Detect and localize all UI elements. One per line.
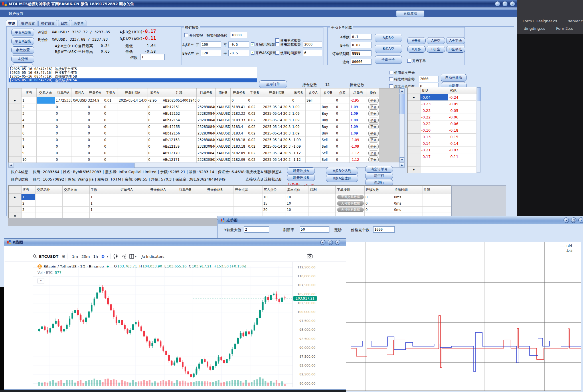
table-cell[interactable]: 2025-05-14 20:33 bbox=[262, 104, 291, 110]
table-cell[interactable] bbox=[37, 104, 55, 110]
bidask-cell[interactable]: -0.06 bbox=[448, 114, 476, 120]
table-cell[interactable]: ABs12158 bbox=[162, 137, 197, 143]
table-cell[interactable] bbox=[118, 110, 147, 117]
table-cell[interactable]: 0 bbox=[335, 130, 350, 137]
tab-交易[interactable]: 交易 bbox=[6, 20, 18, 27]
table-cell[interactable]: -1.09 bbox=[350, 137, 367, 143]
table-cell[interactable]: 0 bbox=[335, 124, 350, 130]
bidask-cell[interactable]: -0.06 bbox=[448, 120, 476, 127]
table-cell[interactable]: 0.01 bbox=[103, 97, 118, 104]
interval-D[interactable]: D bbox=[101, 254, 104, 259]
table-cell[interactable]: 6 bbox=[21, 130, 37, 137]
disconnect-b-button[interactable]: 断开连接B bbox=[287, 174, 315, 181]
table-cell[interactable]: Sell bbox=[321, 143, 335, 150]
table-cell[interactable]: -1.09 bbox=[291, 143, 306, 150]
duration-input[interactable]: 2000 bbox=[419, 76, 438, 82]
scroll-right-icon[interactable]: ▶ bbox=[400, 163, 404, 167]
table-cell[interactable] bbox=[216, 97, 231, 104]
compare-icon[interactable] bbox=[121, 254, 126, 259]
close-position-button[interactable]: 平仓 bbox=[368, 137, 379, 142]
column-header-盈亏A[interactable]: 盈亏A bbox=[147, 88, 162, 97]
table-row[interactable]: ▶111010无可交易数据00ms bbox=[9, 194, 452, 200]
table-cell[interactable]: 2 bbox=[21, 104, 37, 110]
table-cell[interactable]: -2.95 bbox=[147, 97, 162, 104]
table-cell[interactable]: ABb12156 bbox=[162, 130, 197, 137]
column-header-订单号B[interactable]: 订单号B bbox=[197, 88, 216, 97]
column-header-交易方向[interactable]: 交易方向 bbox=[63, 186, 90, 194]
table-cell[interactable] bbox=[63, 194, 90, 200]
table-cell[interactable]: 1.09 bbox=[350, 110, 367, 117]
table-row[interactable]: ▶117725335XAUUSD+3234.90.012025-05-14 14… bbox=[9, 97, 400, 104]
table-cell[interactable] bbox=[178, 200, 206, 207]
table-cell[interactable]: 3 bbox=[21, 207, 35, 213]
table-cell[interactable] bbox=[306, 124, 321, 130]
table-cell[interactable]: 0 bbox=[87, 143, 103, 150]
table-cell[interactable]: 2 bbox=[21, 200, 35, 207]
column-header-总盈号[interactable]: 总盈号 bbox=[350, 88, 367, 97]
table-cell[interactable] bbox=[37, 130, 55, 137]
table-cell[interactable]: 1.09 bbox=[291, 104, 306, 110]
table-cell[interactable]: 0 bbox=[55, 137, 72, 143]
table-cell[interactable]: 1.09 bbox=[291, 117, 306, 124]
table-cell[interactable]: 无可交易数据 bbox=[336, 200, 365, 207]
table-cell[interactable] bbox=[37, 143, 55, 150]
table-cell[interactable]: 0 bbox=[335, 104, 350, 110]
bidask-row[interactable]: ▶-0.04-0.24 bbox=[408, 94, 477, 101]
table-cell[interactable]: 0 bbox=[55, 150, 72, 157]
table-cell[interactable]: 0 bbox=[335, 97, 350, 104]
column-header-订单号A[interactable]: 订单号A bbox=[119, 186, 149, 194]
manual-field-input[interactable]: 0.02 bbox=[351, 42, 371, 48]
reach-b-button[interactable]: B多A空达到 bbox=[326, 175, 358, 182]
table-cell[interactable] bbox=[234, 207, 262, 213]
bidask-cell[interactable]: -0.23 bbox=[420, 107, 448, 114]
table-cell[interactable]: 2328308401 bbox=[197, 104, 216, 110]
kline-minimize-icon[interactable]: – bbox=[320, 240, 325, 245]
table-cell[interactable]: 0 bbox=[87, 117, 103, 124]
table-cell[interactable] bbox=[37, 157, 55, 163]
bidask-row[interactable]: -0.22-0.06 bbox=[408, 114, 477, 120]
table-cell[interactable]: 0 bbox=[103, 137, 118, 143]
table-cell[interactable] bbox=[72, 143, 87, 150]
manual-button-A开空[interactable]: A开空 bbox=[427, 37, 445, 44]
table-cell[interactable]: 0 bbox=[103, 157, 118, 163]
table-cell[interactable]: 平仓 bbox=[367, 137, 379, 143]
table-cell[interactable]: 0 bbox=[365, 194, 393, 200]
column-header-买入点位[interactable]: 买入点位 bbox=[262, 186, 286, 194]
tab-钉钉设置[interactable]: 钉钉设置 bbox=[38, 20, 57, 27]
table-cell[interactable]: Sell bbox=[321, 137, 335, 143]
bidask-cell[interactable]: -0.04 bbox=[420, 94, 448, 101]
bidask-scroll-thumb[interactable] bbox=[477, 87, 481, 101]
column-header-手数B[interactable]: 手数B bbox=[247, 88, 262, 97]
no-trade-data-button[interactable]: 无可交易数据 bbox=[337, 201, 364, 206]
table-cell[interactable]: 1.09 bbox=[350, 130, 367, 137]
trend-titlebar[interactable]: 走势图 – □ × bbox=[218, 216, 583, 224]
column-header-注释[interactable]: 注释 bbox=[162, 88, 197, 97]
table-cell[interactable]: XAUUSD bbox=[216, 124, 231, 130]
table-cell[interactable]: 8 bbox=[21, 143, 37, 150]
table-cell[interactable] bbox=[118, 130, 147, 137]
table-cell[interactable] bbox=[118, 150, 147, 157]
table-cell[interactable]: 2328308404 bbox=[197, 117, 216, 124]
table-cell[interactable]: 10 bbox=[262, 194, 286, 200]
table-cell[interactable] bbox=[37, 97, 55, 104]
bidask-row[interactable]: ✱ bbox=[408, 167, 477, 173]
table-cell[interactable]: Sell bbox=[321, 157, 335, 163]
table-cell[interactable] bbox=[206, 200, 234, 207]
ymax-input[interactable]: 2 bbox=[244, 226, 269, 233]
bidask-table[interactable]: BIDASK▶-0.04-0.24-0.23-0.05-0.23-0.05-0.… bbox=[407, 87, 477, 173]
table-cell[interactable]: 0 bbox=[87, 137, 103, 143]
bidask-cell[interactable]: -0.10 bbox=[420, 127, 448, 134]
table-cell[interactable]: 3234.9 bbox=[87, 97, 103, 104]
table-cell[interactable] bbox=[306, 117, 321, 124]
table-cell[interactable]: 2025-05-14 14:00 bbox=[118, 97, 147, 104]
table-cell[interactable]: 平仓 bbox=[367, 157, 379, 163]
bidask-scrollbar[interactable] bbox=[477, 87, 481, 173]
bidask-cell[interactable]: -0.21 bbox=[420, 147, 448, 153]
table-cell[interactable] bbox=[234, 200, 262, 207]
log-box[interactable]: [2025-05-16 08:47:16] 连接A平台MT5[2025-05-1… bbox=[9, 67, 257, 82]
table-cell[interactable]: XAUUSD bbox=[216, 117, 231, 124]
table-cell[interactable]: 1.09 bbox=[350, 124, 367, 130]
table-cell[interactable]: ABb12155 bbox=[162, 124, 197, 130]
table-cell[interactable] bbox=[63, 200, 90, 207]
table-cell[interactable]: ABb12152 bbox=[162, 110, 197, 117]
